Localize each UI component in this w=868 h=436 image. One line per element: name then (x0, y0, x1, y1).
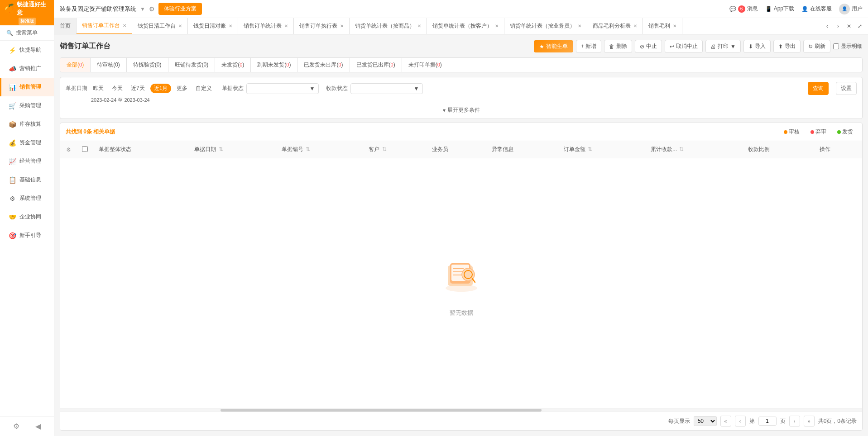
show-detail-checkbox[interactable] (833, 43, 839, 49)
col-employee[interactable]: 业务员 (427, 141, 486, 158)
tab-cash-reconcile[interactable]: 钱货日清对账 ✕ (188, 18, 238, 34)
sidebar-item-system-mgmt[interactable]: ⚙ 系统管理 (0, 189, 54, 208)
sidebar-collapse-icon[interactable]: ◀ (35, 422, 41, 431)
sidebar-item-quick-nav[interactable]: ⚡ 快捷导航 (0, 41, 54, 59)
page-number-input[interactable]: 1 (758, 417, 777, 426)
tab-sales-order-exec[interactable]: 销售订单执行表 ✕ (294, 18, 350, 34)
tab-sales-profit[interactable]: 销售毛利 ✕ (643, 18, 682, 34)
tab-close-icon[interactable]: ✕ (495, 24, 499, 28)
print-button[interactable]: 🖨 打印 ▼ (705, 40, 741, 53)
export-button[interactable]: ⬆ 导出 (773, 40, 801, 53)
show-detail-toggle[interactable]: 显示明细 (833, 43, 863, 50)
tab-close-icon[interactable]: ✕ (578, 24, 581, 28)
sub-tab-shipped-not-out[interactable]: 已发货未出库(0) (297, 58, 350, 72)
scrollbar-thumb[interactable] (221, 409, 541, 412)
sub-tab-not-printed[interactable]: 未打印单据(0) (402, 58, 448, 72)
system-dropdown-icon[interactable]: ▼ (140, 6, 145, 12)
date-btn-custom[interactable]: 自定义 (193, 84, 215, 93)
tab-close-all-button[interactable]: ✕ (844, 22, 854, 31)
query-button[interactable]: 查询 (808, 82, 829, 95)
tab-sales-order-exec-label: 销售订单执行表 (299, 22, 337, 30)
cancel-review-action[interactable]: 弃审 (807, 127, 830, 137)
stop-button[interactable]: ⊘ 中止 (635, 40, 662, 53)
tab-prev-button[interactable]: ‹ (823, 22, 832, 31)
date-btn-today[interactable]: 今天 (109, 84, 125, 93)
sidebar-item-newbie-guide[interactable]: 🎯 新手引导 (0, 226, 54, 245)
first-page-button[interactable]: « (720, 416, 731, 427)
cancel-stop-button[interactable]: ↩ 取消中止 (665, 40, 703, 53)
tab-sales-stat-employee[interactable]: 销货单统计表（按业务员） ✕ (504, 18, 587, 34)
app-download-button[interactable]: 📱 App下载 (765, 5, 794, 13)
sub-tab-shipped-out[interactable]: 已发货已出库(0) (350, 58, 402, 72)
online-service-button[interactable]: 👤 在线客服 (801, 5, 832, 13)
industry-solution-button[interactable]: 体验行业方案 (158, 3, 202, 15)
sidebar-item-inventory[interactable]: 📦 库存核算 (0, 115, 54, 133)
sidebar-item-enterprise-collab[interactable]: 🤝 企业协同 (0, 208, 54, 226)
tab-close-icon[interactable]: ✕ (284, 24, 288, 28)
horizontal-scrollbar[interactable] (60, 408, 862, 412)
table-select-all[interactable] (77, 141, 93, 158)
per-page-select[interactable]: 50 100 200 (694, 416, 717, 426)
col-customer[interactable]: 客户 ⇅ (363, 141, 427, 158)
sidebar-item-operation-mgmt[interactable]: 📈 经营管理 (0, 152, 54, 171)
tab-maximize-button[interactable]: ⤢ (855, 22, 864, 31)
table-settings-icon[interactable]: ⚙ (60, 141, 77, 158)
sidebar-item-purchase-mgmt[interactable]: 🛒 采购管理 (0, 96, 54, 115)
date-btn-more[interactable]: 更多 (174, 84, 190, 93)
expand-filter-button[interactable]: ▾ 展开更多条件 (443, 106, 480, 114)
col-collected[interactable]: 累计收款... ⇅ (645, 141, 742, 158)
prev-page-button[interactable]: ‹ (735, 416, 746, 427)
date-btn-yesterday[interactable]: 昨天 (90, 84, 106, 93)
settings-filter-button[interactable]: 设置 (836, 82, 857, 95)
tab-sales-order-stat[interactable]: 销售订单统计表 ✕ (238, 18, 294, 34)
next-page-button[interactable]: › (789, 416, 800, 427)
tab-close-icon[interactable]: ✕ (178, 24, 182, 28)
tab-sales-stat-customer[interactable]: 销货单统计表（按客户） ✕ (427, 18, 504, 34)
smart-create-button[interactable]: ★ 智能生单 (534, 40, 573, 52)
tab-product-margin[interactable]: 商品毛利分析表 ✕ (587, 18, 643, 34)
sub-tab-pending-review[interactable]: 待审核(0) (91, 58, 127, 72)
sub-tab-not-shipped[interactable]: 未发货(0) (215, 58, 251, 72)
payment-filter-select[interactable]: ▼ (350, 83, 423, 94)
add-button[interactable]: + 新增 (576, 40, 601, 53)
tab-close-icon[interactable]: ✕ (633, 24, 637, 28)
import-button[interactable]: ⬇ 导入 (743, 40, 771, 53)
tab-close-icon[interactable]: ✕ (417, 24, 421, 28)
sub-tab-all[interactable]: 全部(0) (60, 58, 91, 72)
tab-sales-stat-product[interactable]: 销货单统计表（按商品） ✕ (350, 18, 427, 34)
col-number[interactable]: 单据编号 ⇅ (276, 141, 363, 158)
sidebar-item-finance[interactable]: 💰 资金管理 (0, 133, 54, 152)
tab-home[interactable]: 首页 (54, 18, 77, 34)
delete-button[interactable]: 🗑 删除 (604, 40, 632, 53)
topbar: 装备及固定资产辅助管理系统 ▼ ⚙ 体验行业方案 💬 6 消息 📱 App下载 … (54, 0, 868, 18)
user-menu[interactable]: 👤 用户 (839, 4, 863, 14)
sidebar-item-basic-info[interactable]: 📋 基础信息 (0, 171, 54, 189)
tab-sales-order-workbench[interactable]: 销售订单工作台 ✕ (77, 18, 132, 34)
date-btn-7days[interactable]: 近7天 (128, 84, 148, 93)
sidebar-item-marketing[interactable]: 📣 营销推广 (0, 59, 54, 78)
online-service-label: 在线客服 (810, 5, 832, 13)
sub-tab-wangpu-pending[interactable]: 旺铺待发货(0) (168, 58, 216, 72)
refresh-button[interactable]: ↻ 刷新 (803, 40, 830, 53)
sub-tab-pending-inspect[interactable]: 待拣验货(0) (127, 58, 168, 72)
sub-tab-overdue-not-shipped[interactable]: 到期未发货(0) (251, 58, 297, 72)
tab-close-icon[interactable]: ✕ (673, 24, 676, 28)
tab-close-icon[interactable]: ✕ (229, 24, 232, 28)
status-filter-select[interactable]: ▼ (246, 83, 319, 94)
sidebar-search[interactable]: 🔍 搜索菜单 (0, 25, 54, 41)
settings-icon[interactable]: ⚙ (149, 5, 155, 13)
tab-cash-daily[interactable]: 钱货日清工作台 ✕ (132, 18, 188, 34)
sidebar-settings-icon[interactable]: ⚙ (13, 422, 19, 431)
tab-next-button[interactable]: › (834, 22, 843, 31)
last-page-button[interactable]: » (804, 416, 815, 427)
review-action[interactable]: 审核 (780, 127, 803, 137)
select-all-checkbox[interactable] (82, 146, 88, 152)
tab-close-icon[interactable]: ✕ (340, 24, 344, 28)
col-amount[interactable]: 订单金额 ⇅ (558, 141, 645, 158)
tab-close-icon[interactable]: ✕ (123, 23, 126, 28)
date-btn-1month[interactable]: 近1月 (150, 84, 172, 93)
ship-action[interactable]: 发货 (834, 127, 857, 137)
sidebar-item-sales-mgmt[interactable]: 📊 销售管理 (0, 78, 54, 96)
col-date[interactable]: 单据日期 ⇅ (189, 141, 276, 158)
message-button[interactable]: 💬 6 消息 (729, 5, 758, 13)
